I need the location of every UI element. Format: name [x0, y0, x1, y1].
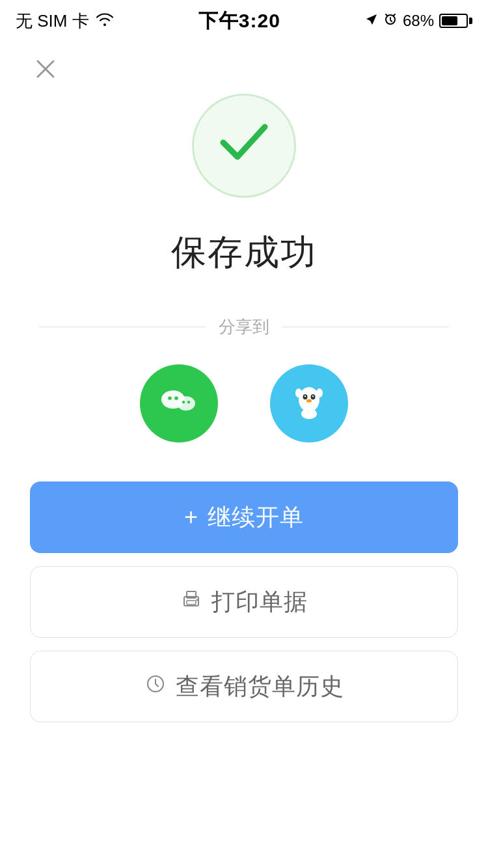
share-section: 分享到: [0, 316, 488, 442]
history-icon: [144, 673, 167, 701]
share-label: 分享到: [206, 316, 282, 338]
status-bar-right: 68%: [365, 12, 472, 30]
status-bar-time: 下午3:20: [198, 8, 280, 34]
sim-label: 无 SIM 卡: [16, 10, 89, 33]
success-title: 保存成功: [171, 229, 317, 277]
svg-point-13: [305, 396, 306, 397]
status-bar-left: 无 SIM 卡: [16, 10, 114, 33]
svg-point-8: [187, 401, 190, 403]
svg-point-6: [174, 396, 178, 400]
share-icons-row: [140, 364, 348, 442]
battery-label: 68%: [403, 12, 434, 30]
location-icon: [365, 12, 378, 30]
battery-icon: [439, 14, 472, 28]
continue-order-label: 继续开单: [208, 502, 304, 534]
wechat-share-button[interactable]: [140, 364, 218, 442]
svg-point-7: [182, 401, 185, 403]
svg-point-14: [312, 396, 314, 397]
alarm-icon: [383, 12, 398, 30]
svg-rect-20: [187, 601, 196, 604]
wifi-icon: [96, 12, 114, 30]
divider-right: [282, 327, 449, 327]
success-icon-circle: [192, 94, 296, 198]
svg-point-10: [301, 409, 317, 419]
svg-point-5: [168, 396, 172, 400]
history-button[interactable]: 查看销货单历史: [30, 651, 458, 722]
svg-point-21: [197, 599, 198, 601]
print-button[interactable]: 打印单据: [30, 566, 458, 638]
share-divider: 分享到: [0, 316, 488, 338]
history-label: 查看销货单历史: [176, 671, 344, 703]
svg-point-4: [177, 396, 195, 411]
print-icon: [180, 588, 202, 616]
continue-order-button[interactable]: + 继续开单: [30, 481, 458, 553]
plus-icon: +: [184, 504, 198, 531]
main-content: 保存成功 分享到: [0, 42, 488, 722]
svg-point-15: [306, 400, 312, 403]
divider-left: [39, 327, 206, 327]
close-button[interactable]: [26, 49, 65, 88]
svg-point-16: [295, 388, 302, 398]
status-bar: 无 SIM 卡 下午3:20 68%: [0, 0, 488, 42]
checkmark-icon: [218, 119, 270, 173]
qq-share-button[interactable]: [270, 364, 348, 442]
print-label: 打印单据: [211, 586, 308, 618]
svg-point-17: [316, 388, 323, 398]
buttons-section: + 继续开单 打印单据 查看销货单历史: [0, 481, 488, 722]
